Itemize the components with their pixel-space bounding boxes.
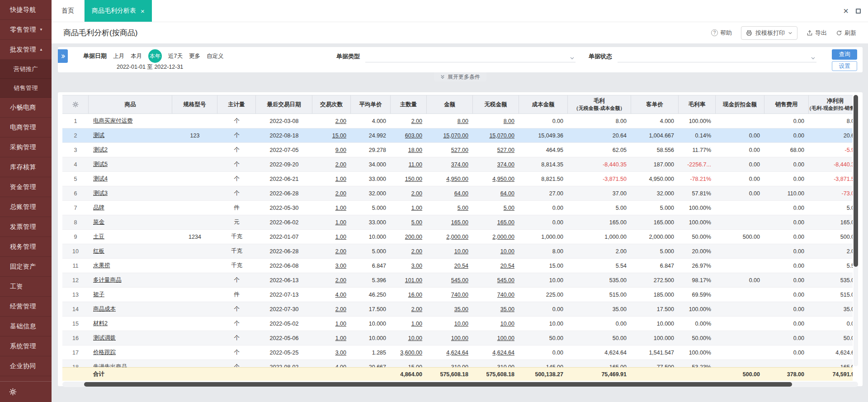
sidebar-item[interactable]: 电商管理 <box>0 118 52 137</box>
header-cell[interactable]: 净利润（毛利-现金折扣-销售费... <box>809 95 853 114</box>
cell-link[interactable]: 310.00 <box>451 364 468 368</box>
cell-link[interactable]: 100.00 <box>497 335 514 341</box>
cell-link[interactable]: 土豆 <box>93 233 104 241</box>
cell-link[interactable]: 2.00 <box>411 248 422 255</box>
table-row[interactable]: 5测试4个2022-06-211.0033.000150.004,950.004… <box>62 172 853 186</box>
cell-link[interactable]: 裙子 <box>93 291 104 298</box>
header-cell[interactable]: 现金折扣金额 <box>716 95 764 114</box>
cell-link[interactable]: 20.54 <box>500 263 514 269</box>
header-cell[interactable]: 毛利率 <box>679 95 716 114</box>
cell-link[interactable]: 2.00 <box>335 190 346 197</box>
sidebar-item[interactable]: 库存核算 <box>0 157 52 177</box>
cell-link[interactable]: 2.00 <box>335 306 346 312</box>
horizontal-scrollbar[interactable] <box>62 382 858 387</box>
cell-link[interactable]: 64.00 <box>454 190 468 197</box>
cell-link[interactable]: 165.00 <box>451 219 468 226</box>
date-option[interactable]: 自定义 <box>207 52 224 60</box>
cell-link[interactable]: 4.00 <box>335 364 346 368</box>
horizontal-scroll-thumb[interactable] <box>84 382 792 387</box>
cell-link[interactable]: 2.00 <box>335 277 346 284</box>
cell-link[interactable]: 527.00 <box>497 147 514 153</box>
doc-type-select[interactable] <box>365 52 576 62</box>
sidebar-item[interactable]: 税务管理 <box>0 237 52 257</box>
cell-link[interactable]: 527.00 <box>451 147 468 153</box>
header-cell[interactable]: 毛利（无税金额-成本金额） <box>568 95 631 114</box>
cell-link[interactable]: 3.00 <box>335 350 346 356</box>
cell-link[interactable]: 9.00 <box>335 147 346 153</box>
cell-link[interactable]: 菜金 <box>93 218 104 226</box>
table-row[interactable]: 3测试2个2022-07-059.0029.27818.00527.00527.… <box>62 143 853 157</box>
tab-close-icon[interactable]: × <box>141 8 145 14</box>
cell-link[interactable]: 1.00 <box>335 205 346 211</box>
cell-link[interactable]: 2.00 <box>335 118 346 124</box>
tab-home[interactable]: 首页 <box>52 0 85 22</box>
cell-link[interactable]: 1.00 <box>335 219 346 226</box>
header-cell[interactable]: 平均单价 <box>351 95 391 114</box>
header-cell[interactable]: 销售费用 <box>764 95 809 114</box>
cell-link[interactable]: 10.00 <box>454 248 468 255</box>
sidebar-item[interactable]: 企业协同 <box>0 356 52 376</box>
cell-link[interactable]: 3,600.00 <box>400 350 422 356</box>
sidebar-item[interactable]: 零售管理▼ <box>0 20 52 40</box>
vertical-scroll-thumb[interactable] <box>854 95 858 267</box>
cell-link[interactable]: 35.00 <box>454 306 468 312</box>
cell-link[interactable]: 200.00 <box>405 234 422 240</box>
cell-link[interactable]: 8.00 <box>458 118 468 124</box>
table-row[interactable]: 2测试123个2022-08-1815.0024.992603.0015,070… <box>62 128 853 143</box>
cell-link[interactable]: 10.00 <box>500 248 514 255</box>
cell-link[interactable]: 4,624.64 <box>492 350 514 356</box>
cell-link[interactable]: 4,950.00 <box>492 176 514 182</box>
sidebar-item[interactable]: 工资 <box>0 277 52 297</box>
help-button[interactable]: ? 帮助 <box>711 29 732 37</box>
header-cell[interactable]: 成本金额 <box>519 95 568 114</box>
table-row[interactable]: 14商品成本个2022-07-302.0017.5002.0035.0035.0… <box>62 302 853 317</box>
export-button[interactable]: 导出 <box>807 29 827 37</box>
header-cell[interactable]: 主数量 <box>391 95 427 114</box>
date-option[interactable]: 本年 <box>148 49 162 63</box>
cell-link[interactable]: 红板 <box>93 247 104 255</box>
cell-link[interactable]: 4.00 <box>335 292 346 298</box>
sidebar-item[interactable]: 发票管理 <box>0 217 52 237</box>
sidebar-item[interactable]: 销售管理 <box>0 79 52 98</box>
header-cell[interactable]: 无税金额 <box>473 95 519 114</box>
sidebar-item[interactable]: 资金管理 <box>0 177 52 197</box>
cell-link[interactable]: 545.00 <box>497 277 514 284</box>
cell-link[interactable]: 1.00 <box>335 176 346 182</box>
expand-more-button[interactable]: 展开更多条件 <box>434 72 486 81</box>
cell-link[interactable]: 测试2 <box>93 146 108 154</box>
cell-link[interactable]: 2,000.00 <box>446 234 468 240</box>
gear-icon[interactable] <box>72 101 79 108</box>
header-cell[interactable]: 客单价 <box>631 95 679 114</box>
sidebar-item[interactable]: 快捷导航 <box>0 0 52 20</box>
cell-link[interactable]: 材料2 <box>93 320 108 327</box>
table-row[interactable]: 6测试3个2022-06-282.0032.0002.0064.0064.002… <box>62 186 853 201</box>
cell-link[interactable]: 100.00 <box>451 335 468 341</box>
header-cell[interactable]: 主计量 <box>217 95 256 114</box>
cell-link[interactable]: 2.00 <box>411 190 422 197</box>
table-row[interactable]: 8菜金元2022-06-021.0033.0005.00165.00165.00… <box>62 215 853 230</box>
print-button[interactable]: 按模板打印 <box>741 26 797 40</box>
cell-link[interactable]: 1.00 <box>335 234 346 240</box>
date-option[interactable]: 近7天 <box>168 52 183 60</box>
header-cell[interactable]: 商品 <box>89 95 172 114</box>
cell-link[interactable]: 多计量商品 <box>93 276 122 284</box>
header-cell[interactable]: 交易次数 <box>312 95 351 114</box>
window-close-icon[interactable]: × <box>843 6 849 15</box>
print-dropdown-chevron-icon[interactable] <box>788 31 793 35</box>
tab-product-profit-report[interactable]: 商品毛利分析表 × <box>85 0 152 22</box>
table-row[interactable]: 17价格跟踪个2022-05-253.001.2853,600.004,624.… <box>62 345 853 360</box>
cell-link[interactable]: 1.00 <box>335 335 346 341</box>
cell-link[interactable]: 310.00 <box>497 364 514 368</box>
table-row[interactable]: 18先进先出商品个2022-08-024.0020.66715.00310.00… <box>62 360 853 367</box>
settings-button[interactable]: 设置 <box>832 61 857 71</box>
date-range-text[interactable]: 2022-01-01 至 2022-12-31 <box>117 63 223 71</box>
table-row[interactable]: 9土豆1234千克2022-01-071.0010.000200.002,000… <box>62 230 853 244</box>
cell-link[interactable]: 740.00 <box>451 292 468 298</box>
cell-link[interactable]: 10.00 <box>454 321 468 327</box>
cell-link[interactable]: 价格跟踪 <box>93 349 116 356</box>
cell-link[interactable]: 101.00 <box>405 277 422 284</box>
cell-link[interactable]: 374.00 <box>497 161 514 168</box>
sidebar-item[interactable]: 基础信息 <box>0 317 52 336</box>
cell-link[interactable]: 电商买家付运费 <box>93 117 133 125</box>
date-option[interactable]: 上月 <box>113 52 124 60</box>
